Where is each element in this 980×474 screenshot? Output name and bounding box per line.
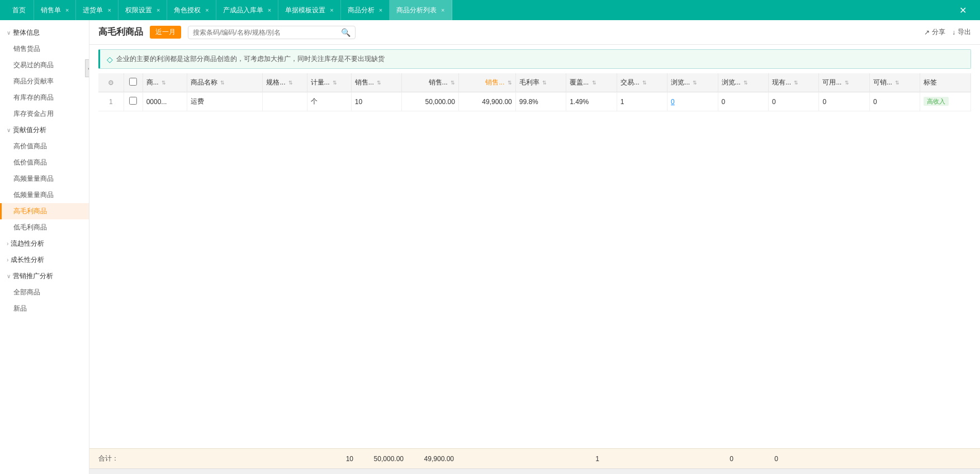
close-sales-order[interactable]: × bbox=[65, 7, 69, 13]
th-name[interactable]: 商品名称 ⇅ bbox=[187, 73, 263, 92]
th-sales-qty[interactable]: 销售... ⇅ bbox=[351, 73, 401, 92]
search-box[interactable]: 🔍 bbox=[188, 26, 356, 39]
sidebar-item-stock-capital[interactable]: 库存资金占用 bbox=[0, 106, 89, 122]
nav-tab-permission[interactable]: 权限设置 × bbox=[119, 0, 167, 20]
row-saleable: 0 bbox=[869, 92, 920, 111]
th-available1[interactable]: 现有... ⇅ bbox=[769, 73, 819, 92]
sidebar-group-label-marketing: 营销推广分析 bbox=[13, 271, 53, 281]
search-icon: 🔍 bbox=[341, 28, 351, 37]
sort-trade-count: ⇅ bbox=[642, 80, 647, 86]
period-button[interactable]: 近一月 bbox=[150, 26, 181, 39]
main-layout: « ∨ 整体信息 销售货品 交易过的商品 商品分贡献率 有库存的商品 库存资金占… bbox=[0, 20, 980, 474]
footer-label: 合计： bbox=[98, 454, 119, 463]
select-all-checkbox[interactable] bbox=[129, 78, 137, 86]
content-area: 高毛利商品 近一月 🔍 ↗ 分享 ↓ 导出 ◇ 企业的主要的利润都是这部分商品创… bbox=[89, 20, 980, 474]
nav-tab-role-auth[interactable]: 角色授权 × bbox=[167, 0, 216, 20]
sort-available2: ⇅ bbox=[845, 80, 849, 86]
th-tag[interactable]: 标签 bbox=[920, 73, 971, 92]
th-saleable[interactable]: 可销... ⇅ bbox=[869, 73, 920, 92]
sidebar-group-label-trend: 流趋性分析 bbox=[11, 239, 44, 248]
th-trade-count[interactable]: 交易... ⇅ bbox=[617, 73, 667, 92]
nav-tab-sales-order[interactable]: 销售单 × bbox=[34, 0, 76, 20]
th-sales-amount[interactable]: 销售... ⇅ bbox=[402, 73, 459, 92]
sidebar-group-growth[interactable]: › 成长性分析 bbox=[0, 252, 89, 268]
row-num: 1 bbox=[98, 92, 124, 111]
sidebar-item-in-stock[interactable]: 有库存的商品 bbox=[0, 90, 89, 106]
close-product-analysis-list[interactable]: × bbox=[441, 7, 444, 13]
sidebar-group-label-growth: 成长性分析 bbox=[11, 255, 44, 265]
th-unit[interactable]: 计量... ⇅ bbox=[307, 73, 351, 92]
row-product-name: 运费 bbox=[187, 92, 263, 111]
info-banner: ◇ 企业的主要的利润都是这部分商品创造的，可考虑加大推广，同时关注库存是不要出现… bbox=[98, 49, 971, 69]
close-permission[interactable]: × bbox=[157, 7, 160, 13]
sidebar-group-trend[interactable]: › 流趋性分析 bbox=[0, 236, 89, 252]
sort-sales-cost: ⇅ bbox=[508, 80, 512, 86]
row-coverage: 1.49% bbox=[566, 92, 617, 111]
row-checkbox[interactable] bbox=[129, 97, 137, 105]
sidebar-group-marketing[interactable]: ∨ 营销推广分析 bbox=[0, 268, 89, 284]
sort-unit: ⇅ bbox=[333, 80, 337, 86]
info-text: 企业的主要的利润都是这部分商品创造的，可考虑加大推广，同时关注库存是不要出现缺货 bbox=[116, 54, 385, 64]
sidebar: « ∨ 整体信息 销售货品 交易过的商品 商品分贡献率 有库存的商品 库存资金占… bbox=[0, 20, 89, 474]
th-margin-rate[interactable]: 毛利率 ⇅ bbox=[515, 73, 566, 92]
arrow-overall-info: ∨ bbox=[7, 30, 11, 36]
share-label: 分享 bbox=[932, 27, 945, 37]
table-row: 1 0000... 运费 个 10 50,000.00 49,900.00 99… bbox=[98, 92, 971, 111]
close-window-button[interactable]: ✕ bbox=[955, 5, 971, 16]
th-sales-cost[interactable]: 销售... ⇅ bbox=[458, 73, 515, 92]
content-header: 高毛利商品 近一月 🔍 ↗ 分享 ↓ 导出 bbox=[89, 20, 980, 45]
sidebar-item-high-value[interactable]: 高价值商品 bbox=[0, 138, 89, 154]
share-button[interactable]: ↗ 分享 bbox=[924, 27, 945, 37]
sort-margin-rate: ⇅ bbox=[542, 80, 547, 86]
export-button[interactable]: ↓ 导出 bbox=[952, 27, 971, 37]
row-checkbox-cell[interactable] bbox=[124, 92, 143, 111]
nav-tab-purchase-order[interactable]: 进货单 × bbox=[76, 0, 118, 20]
share-icon: ↗ bbox=[924, 29, 930, 36]
sidebar-item-low-freq[interactable]: 低频量量商品 bbox=[0, 187, 89, 203]
row-browse1[interactable]: 0 bbox=[667, 92, 718, 111]
close-order-template[interactable]: × bbox=[330, 7, 333, 13]
footer-sales-amount: 50,000.00 bbox=[357, 455, 407, 463]
th-browse1[interactable]: 浏览... ⇅ bbox=[667, 73, 718, 92]
th-checkbox[interactable] bbox=[124, 73, 143, 92]
nav-tab-product-analysis-list[interactable]: 商品分析列表 × bbox=[390, 0, 452, 20]
close-product-analysis[interactable]: × bbox=[379, 7, 382, 13]
sort-code: ⇅ bbox=[162, 80, 166, 86]
close-purchase-order[interactable]: × bbox=[107, 7, 111, 13]
row-available1: 0 bbox=[769, 92, 819, 111]
row-sales-cost: 49,900.00 bbox=[458, 92, 515, 111]
sidebar-group-finance-analysis[interactable]: ∨ 贡献值分析 bbox=[0, 122, 89, 138]
nav-tab-order-template[interactable]: 单据模板设置 × bbox=[278, 0, 340, 20]
arrow-growth: › bbox=[7, 257, 8, 263]
browse1-link[interactable]: 0 bbox=[671, 98, 675, 106]
th-coverage[interactable]: 覆盖... ⇅ bbox=[566, 73, 617, 92]
th-available2[interactable]: 可用... ⇅ bbox=[819, 73, 869, 92]
sidebar-item-low-margin[interactable]: 低毛利商品 bbox=[0, 219, 89, 236]
row-browse2: 0 bbox=[718, 92, 768, 111]
nav-tab-product-analysis[interactable]: 商品分析 × bbox=[341, 0, 390, 20]
nav-tab-home[interactable]: 首页 bbox=[4, 0, 34, 20]
row-available2: 0 bbox=[819, 92, 869, 111]
horizontal-scrollbar[interactable] bbox=[89, 468, 980, 474]
th-code[interactable]: 商... ⇅ bbox=[143, 73, 187, 92]
sidebar-collapse-button[interactable]: « bbox=[85, 59, 89, 77]
close-product-entry[interactable]: × bbox=[268, 7, 271, 13]
close-role-auth[interactable]: × bbox=[205, 7, 209, 13]
sidebar-item-product-contribute[interactable]: 商品分贡献率 bbox=[0, 73, 89, 90]
sidebar-item-top-selling[interactable]: 销售货品 bbox=[0, 41, 89, 57]
data-table: ⚙ 商... ⇅ 商品名称 ⇅ bbox=[98, 73, 971, 111]
nav-tab-product-entry[interactable]: 产成品入库单 × bbox=[216, 0, 278, 20]
th-settings[interactable]: ⚙ bbox=[98, 73, 124, 92]
sidebar-item-new-products[interactable]: 新品 bbox=[0, 301, 89, 317]
search-input[interactable] bbox=[193, 29, 338, 36]
footer-sales-qty: 10 bbox=[312, 455, 357, 463]
th-spec[interactable]: 规格... ⇅ bbox=[263, 73, 307, 92]
sidebar-item-high-freq[interactable]: 高频量量商品 bbox=[0, 171, 89, 187]
header-actions: ↗ 分享 ↓ 导出 bbox=[924, 27, 971, 37]
sidebar-item-all-products[interactable]: 全部商品 bbox=[0, 284, 89, 301]
sidebar-group-overall-info[interactable]: ∨ 整体信息 bbox=[0, 25, 89, 41]
sidebar-item-low-value[interactable]: 低价值商品 bbox=[0, 154, 89, 171]
sidebar-item-traded[interactable]: 交易过的商品 bbox=[0, 57, 89, 73]
th-browse2[interactable]: 浏览... ⇅ bbox=[718, 73, 768, 92]
sidebar-item-high-margin[interactable]: 高毛利商品 bbox=[0, 203, 89, 219]
